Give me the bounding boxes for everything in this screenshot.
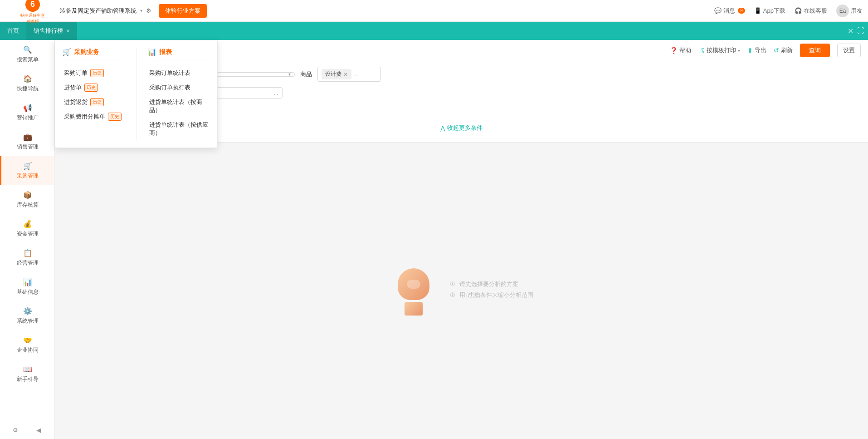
settings-icon[interactable]: ⚙	[142, 5, 155, 17]
logo-text: 畅捷通好生意	[20, 13, 45, 19]
tab-bar: 首页 销售排行榜 ✕ ✕ ⛶	[0, 22, 868, 40]
empty-hint-2: ② 用[过滤]条件来缩小分析范围	[450, 291, 536, 299]
sidebar-item-enterprise[interactable]: 🤝 企业协同	[0, 330, 54, 360]
capital-icon: 💰	[23, 220, 32, 228]
refresh-icon: ↺	[774, 47, 779, 54]
top-right-area: 💬 消息 9 📱 App下载 🎧 在线客服 Ea 用友	[714, 5, 863, 17]
sidebar-item-basic[interactable]: 📊 基础信息	[0, 272, 54, 301]
collapse-button[interactable]: ⋀ 收起更多条件	[440, 121, 483, 135]
logo-area: 6 畅捷通好生意 标准版	[5, 0, 60, 25]
sidebar-item-guide[interactable]: 📖 新手引导	[0, 360, 54, 389]
sidebar-item-label: 资金管理	[17, 230, 39, 238]
sidebar-item-sales[interactable]: 💼 销售管理	[0, 127, 54, 156]
report-col-icon: 📊	[147, 48, 156, 56]
history-badge-0: 历史	[90, 69, 104, 77]
goods-tag: 设计费 ✕	[322, 69, 351, 79]
sidebar-item-purchase[interactable]: 🛒 采购管理	[0, 156, 54, 185]
export-button[interactable]: ⬆ 导出	[747, 46, 766, 54]
system-title: 装备及固定资产辅助管理系统 ▾	[60, 7, 142, 15]
goods-more[interactable]: ...	[353, 71, 358, 78]
sidebar-item-label: 企业协同	[17, 346, 39, 354]
messages-badge: 9	[738, 8, 745, 14]
sales-icon: 💼	[23, 133, 32, 141]
dropdown-item-inbound-report-goods[interactable]: 进货单统计表（按商品）	[147, 95, 210, 118]
report-col: 📊 报表 采购订单统计表 采购订单执行表 进货单统计表（按商品） 进货单统计表（…	[147, 48, 210, 140]
sidebar-item-label: 销售管理	[17, 143, 39, 151]
app-download-button[interactable]: 📱 App下载	[754, 7, 785, 15]
sidebar-item-label: 基础信息	[17, 288, 39, 296]
sidebar-item-marketing[interactable]: 📢 营销推广	[0, 98, 54, 127]
marketing-icon: 📢	[23, 104, 32, 112]
purchase-dropdown-menu: 🛒 采购业务 采购订单 历史 进货单 历史 进货退货 历史 采购费用分摊单 历史…	[54, 40, 218, 148]
query-button[interactable]: 查询	[800, 44, 830, 57]
robot-body	[398, 268, 429, 300]
dropdown-item-inbound-return[interactable]: 进货退货 历史	[62, 95, 125, 109]
message-icon: 💬	[714, 7, 722, 14]
empty-state: ① 请先选择要分析的方案 ② 用[过滤]条件来缩小分析范围	[54, 143, 868, 439]
purchase-col: 🛒 采购业务 采购订单 历史 进货单 历史 进货退货 历史 采购费用分摊单 历史	[62, 48, 125, 140]
setting-button[interactable]: 设置	[837, 44, 861, 57]
logo-icon: 6	[25, 0, 40, 12]
trial-button[interactable]: 体验行业方案	[159, 4, 207, 18]
dropdown-item-purchase-order-exec[interactable]: 采购订单执行表	[147, 80, 210, 95]
sidebar-item-label: 库存核算	[17, 201, 39, 209]
print-icon: 🖨	[698, 47, 705, 54]
tab-close-all-icon[interactable]: ✕	[848, 27, 853, 35]
dropdown-item-purchase-fee[interactable]: 采购费用分摊单 历史	[62, 109, 125, 124]
salesperson-more[interactable]: ...	[273, 89, 278, 96]
tab-maximize-icon[interactable]: ⛶	[857, 27, 864, 35]
goods-label: 商品	[300, 70, 312, 79]
print-button[interactable]: 🖨 按模板打印 ▾	[698, 46, 740, 54]
inventory-icon: 📦	[23, 191, 32, 199]
dropdown-item-purchase-order-report[interactable]: 采购订单统计表	[147, 66, 210, 80]
print-chevron-icon: ▾	[738, 48, 740, 53]
report-col-title: 📊 报表	[147, 48, 210, 60]
sidebar-item-search[interactable]: 🔍 搜索菜单	[0, 40, 54, 69]
sidebar-item-system[interactable]: ⚙️ 系统管理	[0, 301, 54, 330]
history-badge-2: 历史	[90, 98, 104, 106]
salesperson-input[interactable]: ...	[210, 87, 283, 99]
dropdown-item-inbound-report-supplier[interactable]: 进货单统计表（按供应商）	[147, 118, 210, 140]
sidebar-item-capital[interactable]: 💰 资金管理	[0, 214, 54, 243]
purchase-col-title: 🛒 采购业务	[62, 48, 125, 60]
history-badge-1: 历史	[84, 84, 98, 92]
sidebar-item-label: 搜索菜单	[17, 56, 39, 64]
sidebar-settings-button[interactable]: ⚙	[5, 427, 25, 434]
messages-button[interactable]: 💬 消息 9	[714, 7, 745, 15]
tab-sales-ranking[interactable]: 销售排行榜 ✕	[26, 22, 77, 40]
dropdown-divider	[136, 48, 137, 140]
refresh-button[interactable]: ↺ 刷新	[774, 46, 793, 54]
sidebar-item-label: 营销推广	[17, 114, 39, 122]
enterprise-icon: 🤝	[23, 336, 32, 345]
logo-badge: 标准版	[27, 19, 39, 25]
search-icon: 🔍	[23, 45, 32, 54]
sidebar-collapse-button[interactable]: ◀	[29, 427, 49, 434]
sidebar-item-label: 经营管理	[17, 259, 39, 267]
dropdown-item-purchase-order[interactable]: 采购订单 历史	[62, 66, 125, 80]
tab-bar-right: ✕ ⛶	[848, 22, 868, 40]
home-tab-label: 首页	[7, 27, 19, 35]
sidebar-gear-icon: ⚙	[13, 427, 18, 434]
purchase-icon: 🛒	[23, 162, 32, 170]
basic-icon: 📊	[23, 278, 32, 286]
sidebar-item-label: 采购管理	[17, 172, 39, 180]
help-button[interactable]: ❓ 帮助	[670, 46, 691, 54]
headset-icon: 🎧	[795, 7, 802, 14]
sidebar-item-inventory[interactable]: 📦 库存核算	[0, 185, 54, 214]
guide-icon: 📖	[23, 365, 32, 374]
sidebar: 🔍 搜索菜单 🏠 快捷导航 📢 营销推广 💼 销售管理 🛒 采购管理 📦 库存核…	[0, 40, 54, 439]
sidebar-item-label: 快捷导航	[17, 85, 39, 93]
export-icon: ⬆	[747, 47, 753, 54]
dropdown-item-inbound[interactable]: 进货单 历史	[62, 80, 125, 95]
tab-close-icon[interactable]: ✕	[66, 28, 70, 34]
sidebar-item-operations[interactable]: 📋 经营管理	[0, 243, 54, 272]
sidebar-item-quick-nav[interactable]: 🏠 快捷导航	[0, 69, 54, 98]
sidebar-bottom: ⚙ ◀	[0, 421, 54, 439]
tab-home[interactable]: 首页	[0, 22, 26, 40]
goods-tag-remove[interactable]: ✕	[343, 71, 348, 78]
goods-input[interactable]: 设计费 ✕ ...	[317, 67, 381, 82]
sidebar-item-label: 新手引导	[17, 375, 39, 383]
online-service-button[interactable]: 🎧 在线客服	[795, 7, 827, 15]
user-menu-button[interactable]: Ea 用友	[836, 5, 863, 17]
empty-illustration	[386, 268, 441, 314]
